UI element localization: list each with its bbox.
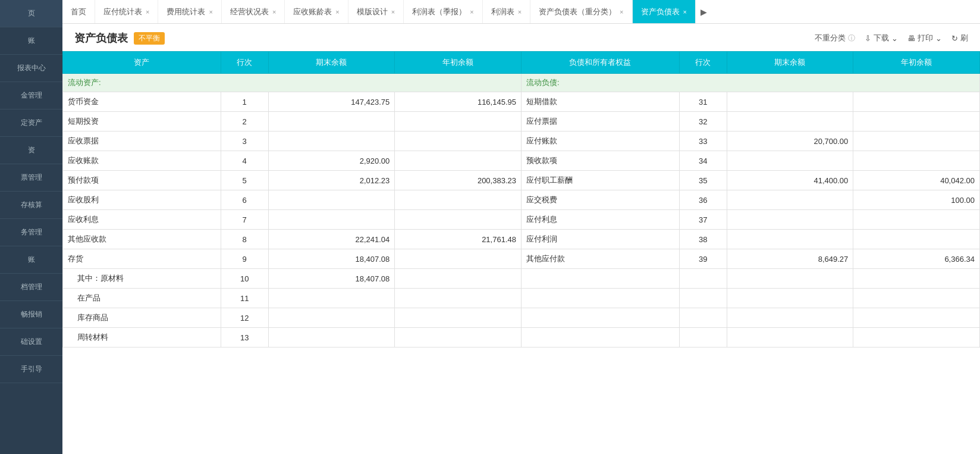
right-period-end bbox=[727, 92, 853, 112]
close-tab-ap-stats[interactable]: × bbox=[146, 8, 149, 15]
refresh-button[interactable]: ↻ 刷 bbox=[951, 33, 968, 43]
sidebar-item-inventory[interactable]: 存核算 bbox=[0, 192, 62, 219]
table-row: 预付款项 5 2,012.23 200,383.23 应付职工薪酬 35 41,… bbox=[63, 171, 980, 190]
left-item-name: 预付款项 bbox=[63, 171, 221, 190]
left-year-start: 21,761.48 bbox=[395, 230, 522, 249]
close-tab-balance[interactable]: × bbox=[683, 8, 687, 15]
right-period-end bbox=[727, 308, 853, 328]
right-item-name: 短期借款 bbox=[521, 92, 679, 112]
tab-ar-aging[interactable]: 应收账龄表 × bbox=[285, 0, 348, 24]
right-item-name: 应付利润 bbox=[521, 230, 679, 249]
left-year-start bbox=[395, 328, 522, 347]
sidebar-item-doc-mgmt[interactable]: 档管理 bbox=[0, 274, 62, 301]
right-item-name bbox=[521, 308, 679, 328]
right-item-name: 预收款项 bbox=[521, 151, 679, 171]
sidebar-item-expense[interactable]: 畅报销 bbox=[0, 301, 62, 328]
tab-profit-quarterly[interactable]: 利润表（季报） × bbox=[404, 0, 482, 24]
col-header-row-num2: 行次 bbox=[679, 52, 727, 74]
table-row: 库存商品 12 bbox=[63, 308, 980, 328]
right-row-num bbox=[679, 308, 727, 328]
sidebar-item-account[interactable]: 账 bbox=[0, 27, 62, 55]
right-row-num: 38 bbox=[679, 230, 727, 249]
left-item-name: 应收账款 bbox=[63, 151, 221, 171]
table-row: 应收利息 7 应付利息 37 bbox=[63, 210, 980, 230]
tab-biz-status[interactable]: 经营状况表 × bbox=[222, 0, 285, 24]
sidebar-item-base-settings[interactable]: 础设置 bbox=[0, 328, 62, 356]
left-row-num: 13 bbox=[221, 328, 268, 347]
left-period-end bbox=[268, 328, 395, 347]
left-row-num: 1 bbox=[221, 92, 268, 112]
print-chevron-icon: ⌄ bbox=[935, 34, 942, 43]
right-year-start bbox=[853, 230, 980, 249]
sidebar-item-ledger[interactable]: 账 bbox=[0, 246, 62, 274]
tab-profit[interactable]: 利润表 × bbox=[483, 0, 530, 24]
right-year-start bbox=[853, 308, 980, 328]
tab-balance-reclassified[interactable]: 资产负债表（重分类） × bbox=[530, 0, 632, 24]
print-button[interactable]: 🖶 打印 ⌄ bbox=[907, 33, 942, 43]
col-header-year-start2: 年初余额 bbox=[853, 52, 980, 74]
right-year-start bbox=[853, 289, 980, 308]
sidebar-item-home[interactable]: 页 bbox=[0, 0, 62, 27]
left-row-num: 4 bbox=[221, 151, 268, 171]
left-period-end bbox=[268, 308, 395, 328]
table-row: 存货 9 18,407.08 其他应付款 39 8,649.27 6,366.3… bbox=[63, 249, 980, 269]
left-year-start bbox=[395, 210, 522, 230]
tab-scroll-right[interactable]: ▶ bbox=[696, 0, 712, 24]
report-table: 资产 行次 期末余额 年初余额 负债和所有者权益 行次 期末余额 年初余额 流动… bbox=[62, 51, 980, 347]
left-period-end: 18,407.08 bbox=[268, 249, 395, 269]
table-row: 货币资金 1 147,423.75 116,145.95 短期借款 31 bbox=[63, 92, 980, 112]
refresh-icon: ↻ bbox=[951, 34, 958, 43]
close-tab-balance-reclassified[interactable]: × bbox=[620, 8, 623, 15]
left-period-end: 22,241.04 bbox=[268, 230, 395, 249]
left-year-start bbox=[395, 308, 522, 328]
left-item-name: 其中：原材料 bbox=[63, 269, 221, 289]
right-year-start bbox=[853, 151, 980, 171]
left-year-start bbox=[395, 190, 522, 210]
close-tab-biz-status[interactable]: × bbox=[272, 8, 276, 15]
right-period-end bbox=[727, 151, 853, 171]
close-tab-template-design[interactable]: × bbox=[391, 8, 395, 15]
left-period-end: 18,407.08 bbox=[268, 269, 395, 289]
close-tab-ar-aging[interactable]: × bbox=[335, 8, 339, 15]
left-year-start bbox=[395, 289, 522, 308]
left-period-end bbox=[268, 131, 395, 151]
sidebar-item-fund-mgmt[interactable]: 金管理 bbox=[0, 82, 62, 109]
left-year-start bbox=[395, 112, 522, 131]
left-row-num: 11 bbox=[221, 289, 268, 308]
tab-cost-stats[interactable]: 费用统计表 × bbox=[158, 0, 221, 24]
sidebar-item-report-center[interactable]: 报表中心 bbox=[0, 55, 62, 82]
close-tab-cost-stats[interactable]: × bbox=[209, 8, 212, 15]
sidebar-item-guide[interactable]: 手引导 bbox=[0, 356, 62, 383]
left-item-name: 应收利息 bbox=[63, 210, 221, 230]
sidebar-item-fixed-assets[interactable]: 定资产 bbox=[0, 109, 62, 137]
right-period-end: 8,649.27 bbox=[727, 249, 853, 269]
sidebar-item-assets[interactable]: 资 bbox=[0, 137, 62, 164]
left-row-num: 3 bbox=[221, 131, 268, 151]
close-tab-profit-quarterly[interactable]: × bbox=[470, 8, 473, 15]
left-item-name: 货币资金 bbox=[63, 92, 221, 112]
download-button[interactable]: ⇩ 下载 ⌄ bbox=[865, 33, 898, 43]
sidebar-item-ticket-mgmt[interactable]: 票管理 bbox=[0, 164, 62, 192]
right-item-name bbox=[521, 289, 679, 308]
tab-ap-stats[interactable]: 应付统计表 × bbox=[95, 0, 158, 24]
right-item-name: 应付职工薪酬 bbox=[521, 171, 679, 190]
sidebar-item-affair-mgmt[interactable]: 务管理 bbox=[0, 219, 62, 246]
close-tab-profit[interactable]: × bbox=[518, 8, 522, 15]
table-row: 应收股利 6 应交税费 36 100.00 bbox=[63, 190, 980, 210]
tab-balance[interactable]: 资产负债表 × bbox=[633, 0, 696, 24]
right-row-num: 31 bbox=[679, 92, 727, 112]
right-item-name: 应付票据 bbox=[521, 112, 679, 131]
right-section-label: 流动负债: bbox=[521, 74, 979, 92]
tab-template-design[interactable]: 模版设计 × bbox=[348, 0, 404, 24]
tab-home[interactable]: 首页 bbox=[62, 0, 95, 24]
page-title: 资产负债表 bbox=[74, 31, 128, 45]
table-row: 应收账款 4 2,920.00 预收款项 34 bbox=[63, 151, 980, 171]
left-period-end bbox=[268, 289, 395, 308]
left-row-num: 5 bbox=[221, 171, 268, 190]
no-reclassify-button[interactable]: 不重分类 ⓘ bbox=[815, 33, 855, 43]
left-item-name: 周转材料 bbox=[63, 328, 221, 347]
unbalanced-badge: 不平衡 bbox=[134, 32, 165, 45]
left-item-name: 库存商品 bbox=[63, 308, 221, 328]
left-year-start bbox=[395, 269, 522, 289]
left-period-end: 2,012.23 bbox=[268, 171, 395, 190]
